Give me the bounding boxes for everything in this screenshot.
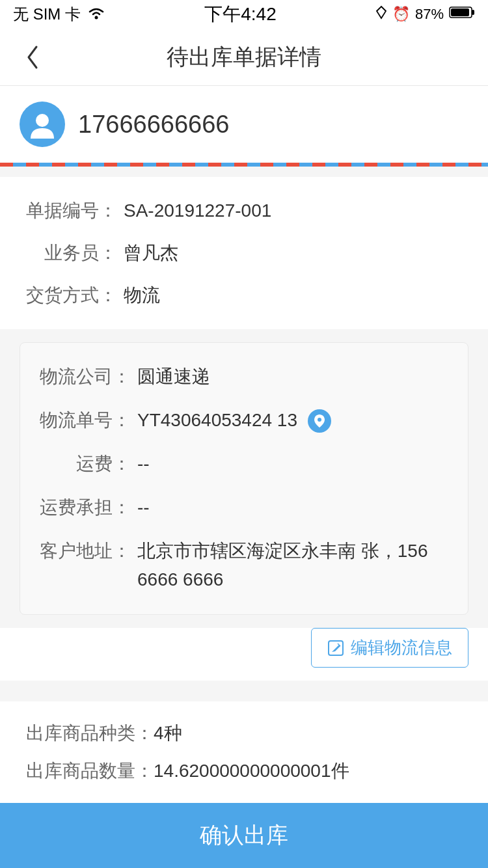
svg-point-4 — [36, 114, 49, 127]
address-value: 北京市市辖区海淀区永丰南 张，156 6666 6666 — [137, 537, 448, 595]
goods-types-row: 出库商品种类： 4种 — [26, 721, 462, 746]
battery-text: 87% — [415, 6, 444, 23]
status-left: 无 SIM 卡 — [13, 4, 105, 25]
logistics-card: 物流公司： 圆通速递 物流单号： YT43064053424 13 运费： --… — [20, 342, 468, 615]
salesman-value: 曾凡杰 — [124, 239, 462, 268]
user-section: 17666666666 — [0, 86, 488, 163]
status-time: 下午4:42 — [204, 2, 277, 27]
freight-value: -- — [137, 450, 448, 479]
document-number-value: SA-20191227-001 — [124, 197, 462, 226]
logistics-company-label: 物流公司： — [40, 362, 131, 392]
svg-rect-3 — [451, 8, 469, 16]
freight-bearer-row: 运费承担： -- — [40, 493, 448, 522]
svg-point-0 — [95, 16, 98, 20]
document-info-section: 单据编号： SA-20191227-001 业务员： 曾凡杰 交货方式： 物流 — [0, 177, 488, 329]
goods-quantity-value: 14.620000000000001件 — [154, 759, 349, 783]
carrier-text: 无 SIM 卡 — [13, 4, 81, 25]
svg-point-5 — [318, 418, 321, 422]
logistics-tracking-value: YT43064053424 13 — [137, 406, 448, 435]
page-title: 待出库单据详情 — [167, 42, 321, 72]
goods-types-value: 4种 — [154, 721, 182, 746]
salesman-label: 业务员： — [26, 239, 117, 268]
document-number-row: 单据编号： SA-20191227-001 — [26, 197, 462, 226]
address-label: 客户地址： — [40, 537, 131, 566]
alarm-icon: ⏰ — [392, 6, 410, 23]
goods-section: 出库商品种类： 4种 出库商品数量： 14.620000000000001件 — [0, 701, 488, 803]
section-separator — [0, 681, 488, 691]
user-phone: 17666666666 — [78, 111, 229, 139]
delivery-label: 交货方式： — [26, 281, 117, 310]
tracking-location-icon[interactable] — [308, 409, 331, 433]
edit-logistics-wrap: 编辑物流信息 — [0, 628, 488, 681]
wifi-icon — [87, 5, 105, 23]
edit-logistics-button[interactable]: 编辑物流信息 — [311, 628, 468, 668]
back-button[interactable] — [13, 38, 52, 77]
freight-bearer-value: -- — [137, 493, 448, 522]
address-row: 客户地址： 北京市市辖区海淀区永丰南 张，156 6666 6666 — [40, 537, 448, 595]
confirm-button[interactable]: 确认出库 — [0, 803, 488, 868]
freight-label: 运费： — [40, 450, 131, 479]
nav-bar: 待出库单据详情 — [0, 29, 488, 86]
goods-quantity-row: 出库商品数量： 14.620000000000001件 — [26, 759, 462, 783]
salesman-row: 业务员： 曾凡杰 — [26, 239, 462, 268]
document-number-label: 单据编号： — [26, 197, 117, 226]
freight-row: 运费： -- — [40, 450, 448, 479]
dashed-separator — [0, 163, 488, 167]
battery-icon — [449, 6, 475, 23]
delivery-value: 物流 — [124, 281, 462, 310]
freight-bearer-label: 运费承担： — [40, 493, 131, 522]
goods-quantity-label: 出库商品数量： — [26, 759, 154, 783]
status-bar: 无 SIM 卡 下午4:42 ⏰ 87% — [0, 0, 488, 29]
status-right: ⏰ 87% — [375, 5, 475, 23]
logistics-company-value: 圆通速递 — [137, 362, 448, 392]
svg-rect-2 — [472, 10, 474, 15]
goods-types-label: 出库商品种类： — [26, 721, 154, 746]
user-avatar — [20, 102, 65, 147]
location-indicator — [375, 5, 387, 23]
logistics-tracking-label: 物流单号： — [40, 406, 131, 435]
delivery-row: 交货方式： 物流 — [26, 281, 462, 310]
logistics-tracking-row: 物流单号： YT43064053424 13 — [40, 406, 448, 435]
logistics-company-row: 物流公司： 圆通速递 — [40, 362, 448, 392]
